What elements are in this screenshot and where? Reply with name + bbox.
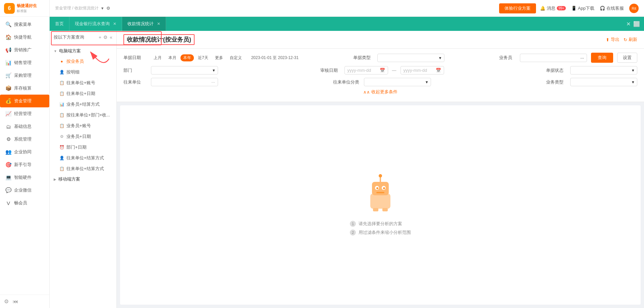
business-type-dropdown-icon: ▾ xyxy=(632,80,634,85)
counterpart-more-icon: ··· xyxy=(211,80,215,85)
results-area: 1 请先选择要分析的方案 2 用过滤条件来缩小分析范围 xyxy=(117,102,644,308)
review-date-end[interactable]: yyyy-mm-dd 📅 xyxy=(400,66,444,74)
date-tab-7days[interactable]: 近7天 xyxy=(195,54,211,61)
scheme-item-salesman-date[interactable]: ⚙ 业务员+日期 xyxy=(50,131,116,142)
business-type-label: 业务类型 xyxy=(546,79,566,85)
date-tab-this-month[interactable]: 本月 xyxy=(166,54,179,61)
header-right: 🔔 消息 99+ 📱 App下载 🎧 在线客服 Rit xyxy=(540,4,639,13)
sidebar-item-member[interactable]: V 畅会员 xyxy=(0,197,49,209)
scheme-item-detail[interactable]: 👤 按明细 xyxy=(50,67,116,78)
calendar-icon-1: 📅 xyxy=(380,68,385,73)
svg-rect-0 xyxy=(370,194,390,209)
table-icon-1: 📋 xyxy=(59,81,64,85)
voucher-type-select[interactable]: ▾ xyxy=(377,54,444,62)
refresh-button[interactable]: ↻ 刷新 xyxy=(624,37,637,43)
scheme-group-pc-header[interactable]: ▼ 电脑端方案 xyxy=(50,46,116,56)
scheme-item-counterpart-account[interactable]: 📋 往来单位+账号 xyxy=(50,78,116,88)
review-date-start[interactable]: yyyy-mm-dd 📅 xyxy=(344,66,388,74)
scheme-group-mobile-header[interactable]: ▶ 移动端方案 xyxy=(50,174,116,184)
trial-button[interactable]: 体验行业方案 xyxy=(499,3,536,13)
scheme-item-counterpart-settle1[interactable]: 👤 往来单位+结算方式 xyxy=(50,153,116,163)
scheme-add-icon[interactable]: + xyxy=(99,35,101,40)
tab-restore-icon[interactable]: ⬜ xyxy=(633,21,640,27)
sidebar-item-wechat[interactable]: 💬 企业微信 xyxy=(0,184,49,197)
date-tab-custom[interactable]: 自定义 xyxy=(227,54,245,61)
sidebar-item-sales[interactable]: 📊 销售管理 xyxy=(0,56,49,69)
sidebar-item-search[interactable]: 🔍 搜索菜单 xyxy=(0,18,49,31)
tab-receipt[interactable]: 收款情况统计 ✕ xyxy=(122,17,166,31)
sidebar-item-operations[interactable]: 📈 经营管理 xyxy=(0,107,49,120)
trending-icon: 📈 xyxy=(5,111,11,117)
chart-icon: 📊 xyxy=(5,60,11,66)
scheme-collapse-icon[interactable]: « xyxy=(110,35,112,40)
sidebar-item-collab[interactable]: 👥 企业协同 xyxy=(0,146,49,158)
sidebar-item-guide[interactable]: 🎯 新手引导 xyxy=(0,158,49,171)
sidebar-item-system[interactable]: ⚙ 系统管理 xyxy=(0,133,49,146)
notification-badge: 99+ xyxy=(557,6,566,10)
sidebar-item-hardware[interactable]: 💻 智能硬件 xyxy=(0,171,49,184)
counterpart-select[interactable]: ··· xyxy=(151,78,218,86)
scheme-item-salesman-settle[interactable]: 📊 业务员+结算方式 xyxy=(50,99,116,110)
empty-state: 1 请先选择要分析的方案 2 用过滤条件来缩小分析范围 xyxy=(350,172,411,238)
voucher-status-select[interactable]: ▾ xyxy=(570,66,637,74)
collapse-up-icon: ∧∧ xyxy=(363,90,370,95)
scheme-item-salesman-account[interactable]: 📋 业务员+账号 xyxy=(50,120,116,131)
pc-group-name: 电脑端方案 xyxy=(59,48,81,54)
collapse-row: ∧∧ 收起更多条件 xyxy=(123,86,637,98)
empty-tips: 1 请先选择要分析的方案 2 用过滤条件来缩小分析范围 xyxy=(350,221,411,238)
user-avatar[interactable]: Rit xyxy=(629,4,639,13)
tab-home[interactable]: 首页 xyxy=(50,17,69,31)
tab-receipt-close-icon[interactable]: ✕ xyxy=(157,21,160,26)
setting-button[interactable]: 设置 xyxy=(617,53,637,63)
empty-tip-1: 1 请先选择要分析的方案 xyxy=(350,221,411,227)
scheme-item-dept-date[interactable]: ⏰ 部门+日期 xyxy=(50,142,116,153)
scheme-item-counterpart-settle2[interactable]: 📋 往来单位+结算方式 xyxy=(50,163,116,174)
online-service-btn[interactable]: 🎧 在线客服 xyxy=(600,5,624,11)
collapse-button[interactable]: ∧∧ 收起更多条件 xyxy=(363,89,397,95)
counterpart-category-select[interactable]: ▾ xyxy=(364,78,431,86)
dept-label: 部门 xyxy=(123,67,147,73)
mobile-group-name: 移动端方案 xyxy=(58,176,80,182)
sidebar: 6 畅捷通好生 标准版 🔍 搜索菜单 🏠 快捷导航 📢 营销推广 📊 销售管理 … xyxy=(0,0,50,308)
sidebar-item-marketing[interactable]: 📢 营销推广 xyxy=(0,44,49,56)
person-icon: 👤 xyxy=(59,70,64,74)
salesman-select[interactable]: ··· xyxy=(520,54,587,62)
collapse-sidebar-icon[interactable]: ⏮ xyxy=(13,299,18,305)
empty-illustration xyxy=(360,172,400,212)
scheme-gear-icon[interactable]: ⚙ xyxy=(103,35,108,40)
date-dash: — xyxy=(392,68,396,73)
scheme-item-counterpart-dept[interactable]: 📋 按往来单位+部门+收... xyxy=(50,110,116,120)
sidebar-nav: 🔍 搜索菜单 🏠 快捷导航 📢 营销推广 📊 销售管理 🛒 采购管理 📦 库存核… xyxy=(0,17,49,295)
counterpart-category-label: 往来单位分类 xyxy=(333,79,360,85)
bar-chart-icon: 📊 xyxy=(59,102,64,107)
dept-select[interactable]: ▾ xyxy=(151,66,218,74)
sidebar-item-finance[interactable]: 💰 资金管理 xyxy=(0,95,49,107)
tab-bank[interactable]: 现金银行流水查询 ✕ xyxy=(69,17,122,31)
sidebar-item-quicknav[interactable]: 🏠 快捷导航 xyxy=(0,31,49,44)
date-tab-last-month[interactable]: 上月 xyxy=(151,54,164,61)
breadcrumb-dropdown-icon[interactable]: ▾ xyxy=(101,6,104,11)
app-download-btn[interactable]: 📱 App下载 xyxy=(571,5,594,11)
bell-icon: 🔔 xyxy=(540,6,545,11)
export-button[interactable]: ⬆ 导出 xyxy=(606,37,620,43)
tab-bank-close-icon[interactable]: ✕ xyxy=(113,21,116,26)
settings-footer-icon[interactable]: ⚙ xyxy=(4,298,9,305)
tab-close-window-icon[interactable]: ✕ xyxy=(626,21,631,27)
date-tab-more[interactable]: 更多 xyxy=(212,54,226,61)
scheme-item-salesman[interactable]: ● 按业务员 xyxy=(50,56,116,67)
scheme-item-counterpart-date[interactable]: 📋 往来单位+日期 xyxy=(50,88,116,99)
salesman-more-icon: ··· xyxy=(580,55,584,60)
review-date-label: 审核日期 xyxy=(320,67,340,73)
sidebar-footer: ⚙ ⏮ xyxy=(0,295,49,308)
business-type-select[interactable]: ▾ xyxy=(570,78,637,86)
header-gear-icon[interactable]: ⚙ xyxy=(106,6,110,11)
date-tab-this-year[interactable]: 本年 xyxy=(180,54,194,61)
table-icon-4: 📋 xyxy=(59,123,64,128)
sidebar-item-master[interactable]: 🗂 基础信息 xyxy=(0,120,49,133)
logo-icon: 6 xyxy=(4,3,15,14)
query-button[interactable]: 查询 xyxy=(591,53,613,63)
notification-btn[interactable]: 🔔 消息 99+ xyxy=(540,5,566,11)
sidebar-item-inventory[interactable]: 📦 库存核算 xyxy=(0,82,49,95)
gear-icon-2: ⚙ xyxy=(59,134,64,139)
sidebar-item-purchase[interactable]: 🛒 采购管理 xyxy=(0,69,49,82)
